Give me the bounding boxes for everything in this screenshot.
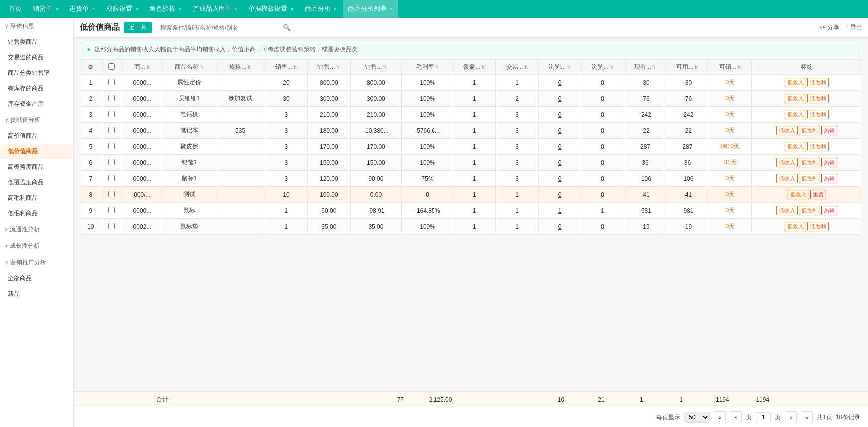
select-all-checkbox[interactable]: [108, 63, 115, 70]
row-browse1[interactable]: 0: [538, 75, 581, 91]
search-icon[interactable]: 🔍: [283, 24, 291, 31]
sidebar-item-低毛利商品[interactable]: 低毛利商品: [0, 206, 73, 221]
sidebar-group-营销推广分析[interactable]: ∨营销推广分析: [0, 254, 73, 271]
share-button[interactable]: ⟳ 分享: [820, 23, 839, 32]
row-browse2: 0: [581, 107, 624, 123]
row-browse1[interactable]: 0: [538, 91, 581, 107]
row-trade: 1: [496, 75, 538, 91]
nav-item-销货单[interactable]: 销货单×: [28, 0, 63, 18]
nav-item-单据模板设置[interactable]: 单据模板设置×: [243, 0, 298, 18]
row-browse1[interactable]: 0: [538, 171, 581, 187]
row-checkbox[interactable]: [101, 91, 122, 107]
row-checkbox[interactable]: [101, 139, 122, 155]
sidebar-item-高价值商品[interactable]: 高价值商品: [0, 128, 73, 144]
page-size-select[interactable]: 50 100: [684, 412, 710, 423]
sidebar-item-销售类商品[interactable]: 销售类商品: [0, 34, 73, 50]
sidebar-group-整体信息[interactable]: ∨整体信息: [0, 18, 73, 34]
row-browse2: 0: [581, 171, 624, 187]
filter-button[interactable]: 近一月: [124, 22, 152, 33]
row-sales-qty: 30: [265, 91, 307, 107]
row-salable: 0天: [709, 219, 751, 235]
row-tags: 低收入低毛利热销: [752, 203, 862, 219]
sidebar-group-流通性分析[interactable]: >流通性分析: [0, 221, 73, 238]
nav-close-权限设置[interactable]: ×: [135, 6, 138, 12]
row-browse1[interactable]: 0: [538, 219, 581, 235]
row-gross-rate: -164.85%: [402, 203, 453, 219]
row-checkbox[interactable]: [101, 123, 122, 139]
sidebar: ∨整体信息销售类商品交易过的商品商品分类销售率有库存的商品库存资金占用∨贡献值分…: [0, 18, 74, 427]
sidebar-item-新品[interactable]: 新品: [0, 286, 73, 302]
row-available: -106: [666, 171, 709, 187]
row-browse1[interactable]: 0: [538, 155, 581, 171]
row-sales-qty: 1: [265, 219, 307, 235]
row-browse1[interactable]: 0: [538, 107, 581, 123]
nav-item-权限设置[interactable]: 权限设置×: [101, 0, 143, 18]
row-sales-amount: 300.00: [308, 91, 350, 107]
row-sales-qty: 10: [265, 187, 307, 203]
sidebar-item-全部商品[interactable]: 全部商品: [0, 271, 73, 286]
nav-item-角色授权[interactable]: 角色授权×: [144, 0, 186, 18]
row-checkbox[interactable]: [101, 171, 122, 187]
nav-close-单据模板设置[interactable]: ×: [290, 6, 293, 12]
row-spec: [216, 155, 265, 171]
row-available: -30: [666, 75, 709, 91]
search-input[interactable]: [160, 24, 281, 31]
nav-item-进货单[interactable]: 进货单×: [64, 0, 100, 18]
row-gross-rate: 100%: [402, 219, 453, 235]
nav-close-商品分析列表[interactable]: ×: [390, 6, 393, 12]
nav-item-产成品入库单[interactable]: 产成品入库单×: [188, 0, 242, 18]
sidebar-item-库存资金占用[interactable]: 库存资金占用: [0, 96, 73, 112]
row-browse1[interactable]: 0: [538, 123, 581, 139]
sidebar-group-贡献值分析[interactable]: ∨贡献值分析: [0, 112, 73, 128]
sidebar-group-成长性分析[interactable]: >成长性分析: [0, 238, 73, 254]
share-icon: ⟳: [820, 24, 825, 31]
sidebar-item-商品分类销售率[interactable]: 商品分类销售率: [0, 65, 73, 81]
row-gross-rate: 100%: [402, 107, 453, 123]
page-label2: 页: [775, 413, 781, 422]
row-checkbox[interactable]: [101, 75, 122, 91]
sidebar-group-arrow: >: [5, 227, 8, 232]
first-page-button[interactable]: «: [714, 411, 726, 423]
row-browse1[interactable]: 0: [538, 187, 581, 203]
nav-item-首页[interactable]: 首页: [4, 0, 27, 18]
row-checkbox[interactable]: [101, 203, 122, 219]
prev-page-button[interactable]: ‹: [730, 411, 742, 423]
row-available: -76: [666, 91, 709, 107]
nav-close-角色授权[interactable]: ×: [178, 6, 181, 12]
row-current-stock: -30: [624, 75, 666, 91]
browse1-column-header: 浏览...⇅: [538, 60, 581, 75]
row-trade: 3: [496, 171, 538, 187]
sidebar-item-有库存的商品[interactable]: 有库存的商品: [0, 81, 73, 96]
row-checkbox[interactable]: [101, 187, 122, 203]
export-button[interactable]: ↑ 导出: [845, 23, 862, 32]
row-code: 0000...: [122, 75, 162, 91]
nav-close-商品分析[interactable]: ×: [334, 6, 337, 12]
settings-column-header[interactable]: ⚙: [80, 60, 101, 75]
nav-item-商品分析列表[interactable]: 商品分析列表×: [343, 0, 398, 18]
row-checkbox[interactable]: [101, 219, 122, 235]
trade-column-header: 交易...⇅: [496, 60, 538, 75]
last-page-button[interactable]: »: [801, 411, 813, 423]
nav-close-销货单[interactable]: ×: [55, 6, 58, 12]
sidebar-item-高毛利商品[interactable]: 高毛利商品: [0, 190, 73, 206]
total-info: 共1页, 10条记录: [817, 413, 860, 422]
table-body: 10000...属性定价20800.00800.00100%1100-30-30…: [80, 75, 862, 235]
row-tags: 低收入低毛利: [752, 91, 862, 107]
row-browse1[interactable]: 0: [538, 139, 581, 155]
nav-item-商品分析[interactable]: 商品分析×: [300, 0, 342, 18]
row-checkbox[interactable]: [101, 107, 122, 123]
row-browse1[interactable]: 1: [538, 203, 581, 219]
sidebar-item-低覆盖度商品[interactable]: 低覆盖度商品: [0, 175, 73, 190]
row-spec: [216, 107, 265, 123]
nav-close-产成品入库单[interactable]: ×: [234, 6, 237, 12]
row-trade: 3: [496, 155, 538, 171]
row-sales-amount: 120.00: [308, 171, 350, 187]
row-checkbox[interactable]: [101, 155, 122, 171]
sidebar-item-低价值商品[interactable]: 低价值商品: [0, 144, 73, 159]
sidebar-item-交易过的商品[interactable]: 交易过的商品: [0, 50, 73, 65]
nav-close-进货单[interactable]: ×: [92, 6, 95, 12]
spec-column-header: 规格...⇅: [216, 60, 265, 75]
sidebar-item-高覆盖度商品[interactable]: 高覆盖度商品: [0, 159, 73, 175]
page-number-input[interactable]: [756, 412, 771, 422]
next-page-button[interactable]: ›: [785, 411, 797, 423]
